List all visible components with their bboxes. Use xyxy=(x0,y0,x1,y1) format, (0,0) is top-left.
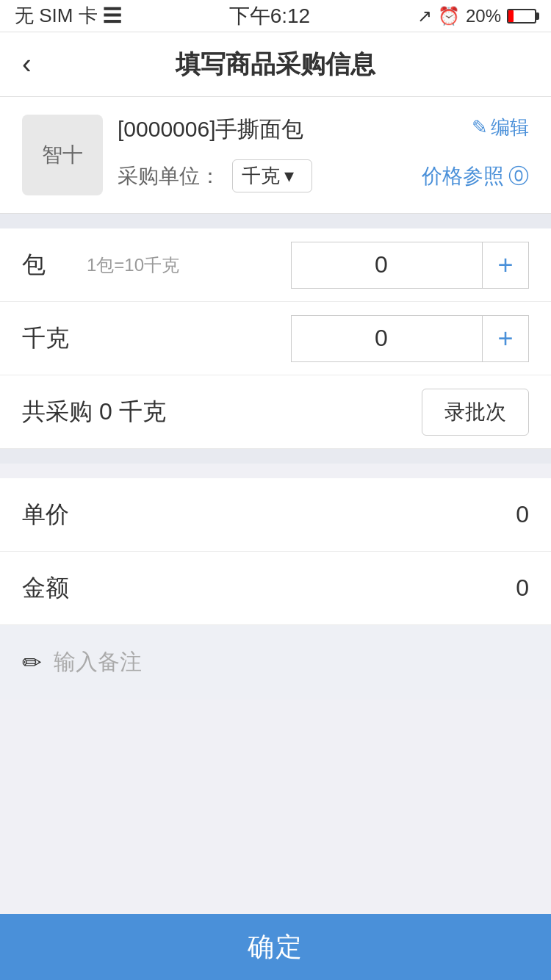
price-ref-label: 价格参照 xyxy=(422,162,504,190)
summary-text: 共采购 0 千克 xyxy=(22,396,166,428)
product-name: [0000006]手撕面包 xyxy=(118,115,303,145)
amount-label: 金额 xyxy=(22,572,69,605)
bottom-space xyxy=(0,699,551,920)
confirm-button[interactable]: 确定 xyxy=(0,914,551,980)
product-name-row: [0000006]手撕面包 ✎ 编辑 xyxy=(118,115,529,145)
amount-row: 金额 0 xyxy=(0,552,551,625)
bao-input-row: 包 1包=10千克 + xyxy=(0,228,551,302)
kg-input-right: + xyxy=(291,315,529,362)
bao-input-right: + xyxy=(291,242,529,289)
product-info: [0000006]手撕面包 ✎ 编辑 采购单位： 千克 ▾ 价格参照 ⓪ xyxy=(118,115,529,192)
amount-value: 0 xyxy=(516,574,529,602)
unit-select[interactable]: 千克 ▾ xyxy=(232,159,312,192)
kg-input-row: 千克 + xyxy=(0,302,551,375)
status-time: 下午6:12 xyxy=(229,2,311,30)
bao-plus-button[interactable]: + xyxy=(482,242,529,289)
status-right: ↗ ⏰ 20% xyxy=(417,6,536,26)
alarm-icon: ⏰ xyxy=(438,6,460,26)
bao-sublabel: 1包=10千克 xyxy=(87,253,179,277)
bao-section: 包 1包=10千克 + xyxy=(0,228,551,302)
price-label: 单价 xyxy=(22,499,69,531)
unit-value: 千克 xyxy=(242,163,280,189)
kg-section: 千克 + xyxy=(0,302,551,375)
price-ref-button[interactable]: 价格参照 ⓪ xyxy=(422,162,529,190)
battery-percent: 20% xyxy=(466,6,501,26)
location-icon: ↗ xyxy=(417,6,432,26)
remark-placeholder: 输入备注 xyxy=(54,647,142,677)
bao-quantity-input[interactable] xyxy=(291,242,482,289)
help-icon: ⓪ xyxy=(508,162,529,190)
kg-label: 千克 xyxy=(22,323,81,355)
sim-indicator: 无 SIM 卡 ☰ xyxy=(15,3,122,29)
dropdown-icon: ▾ xyxy=(284,165,294,187)
record-batch-button[interactable]: 录批次 xyxy=(422,389,529,436)
status-left: 无 SIM 卡 ☰ xyxy=(15,3,122,29)
price-amount-section: 单价 0 金额 0 xyxy=(0,478,551,625)
pencil-icon: ✏ xyxy=(22,649,42,677)
main-content: 智十 [0000006]手撕面包 ✎ 编辑 采购单位： 千克 ▾ 价格参照 ⓪ xyxy=(0,97,551,920)
price-value: 0 xyxy=(516,501,529,528)
summary-row: 共采购 0 千克 录批次 xyxy=(0,375,551,449)
edit-icon: ✎ xyxy=(472,116,488,139)
bao-label: 包 xyxy=(22,249,81,281)
edit-button[interactable]: ✎ 编辑 xyxy=(472,115,529,140)
separator-2 xyxy=(0,449,551,464)
kg-plus-button[interactable]: + xyxy=(482,315,529,362)
page-title: 填写商品采购信息 xyxy=(176,48,375,82)
kg-quantity-input[interactable] xyxy=(291,315,482,362)
remark-section[interactable]: ✏ 输入备注 xyxy=(0,625,551,699)
back-button[interactable]: ‹ xyxy=(22,48,32,80)
product-card: 智十 [0000006]手撕面包 ✎ 编辑 采购单位： 千克 ▾ 价格参照 ⓪ xyxy=(0,97,551,214)
product-thumbnail: 智十 xyxy=(22,115,103,195)
status-bar: 无 SIM 卡 ☰ 下午6:12 ↗ ⏰ 20% xyxy=(0,0,551,32)
unit-label: 采购单位： xyxy=(118,162,220,190)
battery-icon xyxy=(507,9,536,24)
nav-bar: ‹ 填写商品采购信息 xyxy=(0,32,551,97)
price-row: 单价 0 xyxy=(0,478,551,552)
separator-1 xyxy=(0,214,551,228)
purchase-unit-row: 采购单位： 千克 ▾ 价格参照 ⓪ xyxy=(118,159,529,192)
